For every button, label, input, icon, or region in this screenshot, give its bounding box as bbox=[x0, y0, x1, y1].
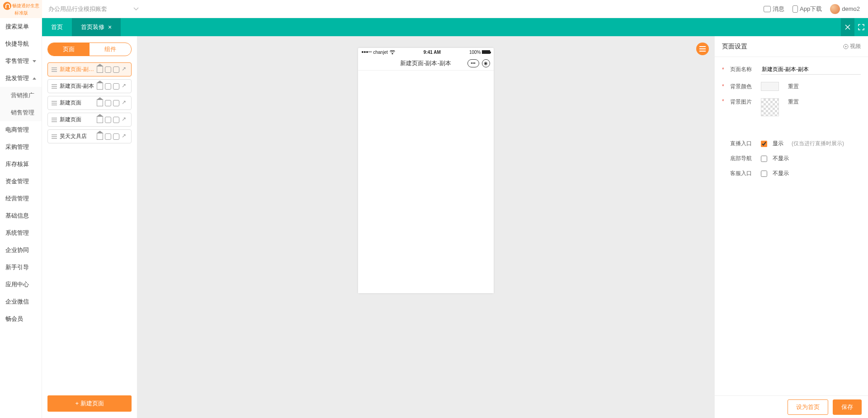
sidebar-item-retail[interactable]: 零售管理 bbox=[0, 52, 42, 70]
page-item-name: 新建页面 bbox=[60, 99, 94, 107]
logo[interactable]: 畅捷通好生意 标准版 bbox=[0, 0, 42, 18]
page-item-name: 新建页面-副本-... bbox=[60, 66, 94, 73]
sidebar-item-marketing[interactable]: 营销推广 bbox=[0, 87, 42, 104]
delete-icon[interactable] bbox=[113, 117, 119, 123]
page-item[interactable]: 新建页面-副本-... bbox=[47, 62, 132, 76]
share-icon[interactable] bbox=[121, 117, 127, 123]
tab-decorate[interactable]: 首页装修 × bbox=[72, 18, 121, 36]
sidebar-item-wholesale[interactable]: 批发管理 bbox=[0, 70, 42, 87]
home-icon[interactable] bbox=[97, 117, 103, 123]
home-icon[interactable] bbox=[97, 133, 103, 140]
sidebar-item-operation[interactable]: 经营管理 bbox=[0, 190, 42, 207]
avatar bbox=[830, 4, 840, 14]
phone-body[interactable] bbox=[358, 71, 494, 293]
tab-home[interactable]: 首页 bbox=[42, 18, 72, 36]
field-page-name: * 页面名称 bbox=[722, 64, 861, 75]
delete-icon[interactable] bbox=[113, 100, 119, 106]
bg-image-swatch[interactable] bbox=[761, 98, 779, 116]
fullscreen-button[interactable] bbox=[854, 18, 868, 36]
seg-tab-page[interactable]: 页面 bbox=[48, 43, 90, 56]
battery: 100% bbox=[469, 50, 490, 55]
field-bottom-nav: * 底部导航 不显示 bbox=[722, 155, 861, 162]
phone-status-bar: chanjet 9:41 AM 100% bbox=[358, 48, 494, 56]
home-icon[interactable] bbox=[97, 100, 103, 106]
sidebar-item-guide[interactable]: 新手引导 bbox=[0, 259, 42, 276]
service-checkbox[interactable] bbox=[761, 171, 767, 177]
sidebar-item-quicknav[interactable]: 快捷导航 bbox=[0, 35, 42, 52]
top-header: 畅捷通好生意 标准版 办公用品行业模拟账套 消息 App下载 demo2 bbox=[0, 0, 868, 18]
settings-header: 页面设置 视频 bbox=[715, 36, 868, 57]
messages-link[interactable]: 消息 bbox=[764, 5, 784, 13]
share-icon[interactable] bbox=[121, 66, 127, 73]
reset-bgcolor[interactable]: 重置 bbox=[788, 83, 799, 90]
main: 首页 首页装修 × 页面 组件 bbox=[42, 18, 868, 418]
sidebar-item-search[interactable]: 搜索菜单 bbox=[0, 18, 42, 35]
home-icon[interactable] bbox=[97, 83, 103, 90]
page-item[interactable]: 新建页面 bbox=[47, 113, 132, 127]
target-icon[interactable]: ◉ bbox=[482, 59, 490, 67]
tab-bar: 首页 首页装修 × bbox=[42, 18, 868, 36]
live-checkbox[interactable] bbox=[761, 141, 767, 147]
settings-panel: 页面设置 视频 * 页面名称 * 背景颜色 bbox=[714, 36, 868, 418]
drag-icon[interactable] bbox=[52, 134, 57, 139]
bottomnav-checkbox[interactable] bbox=[761, 156, 767, 162]
drag-icon[interactable] bbox=[52, 84, 57, 89]
page-item-name: 新建页面-副本 bbox=[60, 82, 94, 90]
delete-icon[interactable] bbox=[113, 133, 119, 140]
seg-tab-component[interactable]: 组件 bbox=[90, 43, 131, 56]
share-icon[interactable] bbox=[121, 133, 127, 140]
app-download-link[interactable]: App下载 bbox=[793, 5, 822, 13]
delete-icon[interactable] bbox=[113, 66, 119, 73]
share-icon[interactable] bbox=[121, 83, 127, 90]
new-page-button[interactable]: + 新建页面 bbox=[47, 395, 132, 412]
page-item-name: 昊天文具店 bbox=[60, 133, 94, 140]
drag-icon[interactable] bbox=[52, 118, 57, 122]
sidebar-item-sales[interactable]: 销售管理 bbox=[0, 104, 42, 121]
drag-icon[interactable] bbox=[52, 67, 57, 72]
tab-close-all[interactable] bbox=[841, 18, 854, 36]
logo-icon bbox=[3, 2, 11, 10]
reset-bgimage[interactable]: 重置 bbox=[788, 98, 799, 106]
sidebar-item-finance[interactable]: 资金管理 bbox=[0, 173, 42, 190]
settings-title: 页面设置 bbox=[722, 43, 747, 51]
sidebar-item-system[interactable]: 系统管理 bbox=[0, 224, 42, 242]
phone-preview[interactable]: chanjet 9:41 AM 100% 新建页面-副本-副本 bbox=[358, 48, 494, 293]
copy-icon[interactable] bbox=[105, 83, 111, 90]
field-bg-color: * 背景颜色 重置 bbox=[722, 82, 861, 91]
sidebar-item-baseinfo[interactable]: 基础信息 bbox=[0, 207, 42, 224]
page-name-input[interactable] bbox=[761, 64, 861, 75]
fullscreen-icon bbox=[858, 24, 864, 30]
toggle-panel-button[interactable] bbox=[696, 43, 709, 55]
sidebar-item-appcenter[interactable]: 应用中心 bbox=[0, 276, 42, 293]
phone-title: 新建页面-副本-副本 bbox=[400, 59, 451, 67]
save-button[interactable]: 保存 bbox=[833, 399, 862, 415]
page-item[interactable]: 昊天文具店 bbox=[47, 129, 132, 143]
sidebar-item-purchase[interactable]: 采购管理 bbox=[0, 138, 42, 156]
close-icon[interactable]: × bbox=[108, 24, 112, 31]
sidebar-item-member[interactable]: 畅会员 bbox=[0, 310, 42, 328]
share-icon[interactable] bbox=[121, 100, 127, 106]
sidebar-item-wechat[interactable]: 企业微信 bbox=[0, 293, 42, 310]
drag-icon[interactable] bbox=[52, 101, 57, 105]
page-item-name: 新建页面 bbox=[60, 116, 94, 124]
set-home-button[interactable]: 设为首页 bbox=[788, 399, 828, 415]
sidebar: 搜索菜单 快捷导航 零售管理 批发管理 营销推广 销售管理 电商管理 采购管理 … bbox=[0, 18, 42, 418]
account-selector[interactable]: 办公用品行业模拟账套 bbox=[48, 5, 139, 13]
sidebar-item-ecommerce[interactable]: 电商管理 bbox=[0, 121, 42, 138]
page-item[interactable]: 新建页面 bbox=[47, 96, 132, 110]
copy-icon[interactable] bbox=[105, 100, 111, 106]
sidebar-item-inventory[interactable]: 库存核算 bbox=[0, 156, 42, 173]
copy-icon[interactable] bbox=[105, 133, 111, 140]
play-icon bbox=[843, 44, 849, 49]
sidebar-item-collab[interactable]: 企业协同 bbox=[0, 242, 42, 259]
copy-icon[interactable] bbox=[105, 66, 111, 73]
copy-icon[interactable] bbox=[105, 117, 111, 123]
page-item[interactable]: 新建页面-副本 bbox=[47, 79, 132, 93]
user-menu[interactable]: demo2 bbox=[830, 4, 860, 14]
more-icon[interactable]: ••• bbox=[467, 59, 479, 67]
home-icon[interactable] bbox=[97, 66, 103, 73]
delete-icon[interactable] bbox=[113, 83, 119, 90]
page-list: 新建页面-副本-... 新建页面-副本 bbox=[47, 62, 132, 395]
video-link[interactable]: 视频 bbox=[843, 43, 861, 50]
bg-color-swatch[interactable] bbox=[761, 82, 779, 91]
